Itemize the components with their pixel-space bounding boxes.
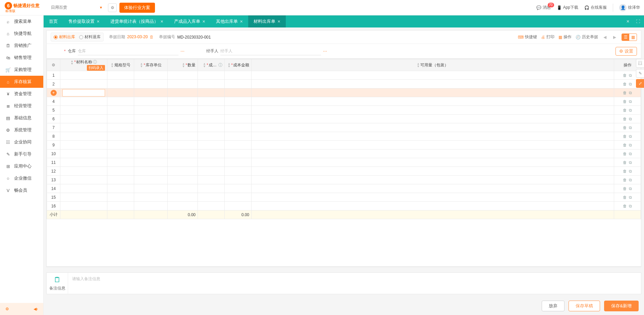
scan-input-tag[interactable]: 扫码录入 bbox=[87, 65, 105, 71]
view-list-button[interactable]: ☰ bbox=[622, 34, 629, 41]
cell-avail[interactable] bbox=[252, 167, 614, 176]
support-button[interactable]: 🎧 在线客服 bbox=[584, 5, 607, 10]
cell-cost[interactable] bbox=[198, 141, 225, 149]
table-row[interactable]: 13🗑⧉ bbox=[47, 176, 641, 184]
cell-amount[interactable] bbox=[225, 158, 252, 167]
cell-unit[interactable] bbox=[134, 184, 168, 193]
table-row[interactable]: 10🗑⧉ bbox=[47, 149, 641, 158]
cell-unit[interactable] bbox=[134, 132, 168, 141]
cell-unit[interactable] bbox=[134, 141, 168, 149]
table-row[interactable]: 12🗑⧉ bbox=[47, 167, 641, 176]
tab-3[interactable]: 产成品入库单✕ bbox=[169, 15, 211, 27]
tab-expand-button[interactable]: ⛶ bbox=[633, 17, 643, 26]
cell-spec[interactable] bbox=[107, 123, 134, 132]
cell-qty[interactable] bbox=[168, 115, 198, 123]
sidebar-item-9[interactable]: ⚙系统管理 bbox=[0, 124, 43, 136]
cell-avail[interactable] bbox=[252, 115, 614, 123]
cell-amount[interactable] bbox=[225, 132, 252, 141]
sidebar-item-1[interactable]: ⌂快捷导航 bbox=[0, 27, 43, 40]
cell-spec[interactable] bbox=[107, 106, 134, 115]
copy-row-icon[interactable]: ⧉ bbox=[628, 160, 633, 165]
delete-row-icon[interactable]: 🗑 bbox=[622, 134, 628, 139]
cell-avail[interactable] bbox=[252, 176, 614, 184]
rail-btn-1[interactable]: ⿴ bbox=[636, 59, 644, 68]
col-amount[interactable]: ▲▼*成本金额 bbox=[225, 59, 252, 71]
cell-qty[interactable] bbox=[168, 106, 198, 115]
tab-2[interactable]: 进货单统计表（按商品）✕ bbox=[105, 15, 169, 27]
cell-avail[interactable] bbox=[252, 80, 614, 88]
cell-cost[interactable] bbox=[198, 71, 225, 80]
view-card-button[interactable]: ▦ bbox=[629, 34, 637, 41]
sidebar-item-8[interactable]: ▤基础信息 bbox=[0, 112, 43, 124]
table-row[interactable]: 5🗑⧉ bbox=[47, 106, 641, 115]
cell-unit[interactable] bbox=[134, 202, 168, 210]
user-menu[interactable]: 👤 徐泽华 bbox=[619, 4, 640, 11]
cell-amount[interactable] bbox=[225, 115, 252, 123]
tab-close-icon[interactable]: ✕ bbox=[240, 19, 243, 24]
sidebar-item-7[interactable]: ≣经营管理 bbox=[0, 100, 43, 112]
cell-qty[interactable] bbox=[168, 176, 198, 184]
copy-row-icon[interactable]: ⧉ bbox=[628, 134, 633, 139]
col-cost[interactable]: ▲▼*成… ⓘ bbox=[198, 59, 225, 71]
cell-cost[interactable] bbox=[198, 167, 225, 176]
cell-unit[interactable] bbox=[134, 123, 168, 132]
messages-button[interactable]: 💬 消息 70 bbox=[536, 5, 551, 10]
copy-row-icon[interactable]: ⧉ bbox=[628, 99, 633, 104]
cell-spec[interactable] bbox=[107, 167, 134, 176]
cell-unit[interactable] bbox=[134, 176, 168, 184]
collapse-icon[interactable]: ◀‹ bbox=[34, 307, 38, 311]
sidebar-item-0[interactable]: ⌕搜索菜单 bbox=[0, 15, 43, 27]
copy-row-icon[interactable]: ⧉ bbox=[628, 73, 633, 78]
delete-row-icon[interactable]: 🗑 bbox=[622, 204, 628, 208]
cell-cost[interactable] bbox=[198, 80, 225, 88]
cell-name[interactable] bbox=[60, 132, 107, 141]
table-row[interactable]: 4🗑⧉ bbox=[47, 97, 641, 106]
delete-row-icon[interactable]: 🗑 bbox=[622, 90, 628, 95]
cell-avail[interactable] bbox=[252, 71, 614, 80]
cell-name[interactable] bbox=[60, 115, 107, 123]
info-icon[interactable]: ⓘ bbox=[218, 63, 222, 67]
cell-cost[interactable] bbox=[198, 184, 225, 193]
copy-row-icon[interactable]: ⧉ bbox=[628, 90, 633, 95]
cell-avail[interactable] bbox=[252, 141, 614, 149]
sidebar-item-2[interactable]: 🗓营销推广 bbox=[0, 40, 43, 52]
cell-qty[interactable] bbox=[168, 202, 198, 210]
cell-avail[interactable] bbox=[252, 88, 614, 97]
delete-row-icon[interactable]: 🗑 bbox=[622, 178, 628, 182]
copy-row-icon[interactable]: ⧉ bbox=[628, 125, 633, 130]
cell-amount[interactable] bbox=[225, 176, 252, 184]
cell-avail[interactable] bbox=[252, 132, 614, 141]
table-row[interactable]: 1🗑⧉ bbox=[47, 71, 641, 80]
cell-qty[interactable] bbox=[168, 132, 198, 141]
cell-spec[interactable] bbox=[107, 115, 134, 123]
cell-qty[interactable] bbox=[168, 149, 198, 158]
cell-cost[interactable] bbox=[198, 149, 225, 158]
cell-avail[interactable] bbox=[252, 193, 614, 202]
cell-amount[interactable] bbox=[225, 123, 252, 132]
delete-row-icon[interactable]: 🗑 bbox=[622, 108, 628, 113]
cell-name[interactable] bbox=[60, 88, 107, 97]
cell-cost[interactable] bbox=[198, 193, 225, 202]
sidebar-item-11[interactable]: ✎新手引导 bbox=[0, 148, 43, 160]
handler-input[interactable] bbox=[220, 47, 321, 55]
cell-name[interactable] bbox=[60, 149, 107, 158]
add-row-icon[interactable]: + bbox=[51, 90, 57, 96]
save-and-new-button[interactable]: 保存&新增 bbox=[604, 301, 639, 311]
cell-amount[interactable] bbox=[225, 88, 252, 97]
delete-row-icon[interactable]: 🗑 bbox=[622, 151, 628, 156]
cell-name[interactable] bbox=[60, 202, 107, 210]
table-row[interactable]: 16🗑⧉ bbox=[47, 202, 641, 210]
delete-row-icon[interactable]: 🗑 bbox=[622, 186, 628, 191]
delete-row-icon[interactable]: 🗑 bbox=[622, 99, 628, 104]
cell-name[interactable] bbox=[60, 71, 107, 80]
cell-cost[interactable] bbox=[198, 202, 225, 210]
cell-spec[interactable] bbox=[107, 71, 134, 80]
rail-btn-2[interactable]: ✎ bbox=[636, 69, 644, 78]
print-button[interactable]: 🖨打印 bbox=[541, 34, 554, 40]
tab-close-button[interactable]: ✕ bbox=[623, 17, 633, 26]
warehouse-input[interactable] bbox=[78, 47, 178, 55]
table-row[interactable]: 8🗑⧉ bbox=[47, 132, 641, 141]
copy-row-icon[interactable]: ⧉ bbox=[628, 82, 633, 86]
cell-amount[interactable] bbox=[225, 71, 252, 80]
table-row[interactable]: +🗑⧉ bbox=[47, 88, 641, 97]
